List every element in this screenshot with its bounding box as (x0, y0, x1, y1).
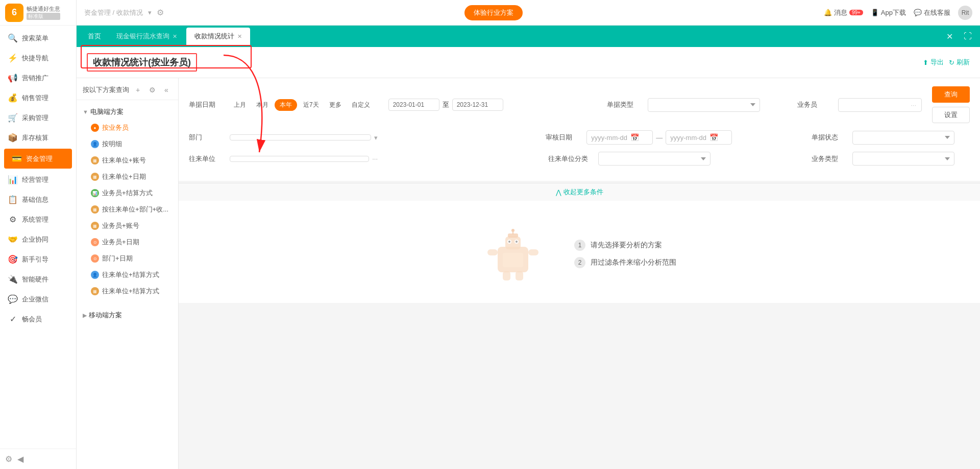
filter-row-2: 部门 ▾ 审核日期 yyyy-mm-dd 📅 — (189, 130, 970, 145)
biz-type-select[interactable] (852, 152, 954, 166)
tree-item-salesperson-label: 按业务员 (102, 123, 129, 132)
sidebar-item-operations[interactable]: 📊 经营管理 (0, 170, 76, 190)
tabbar-expand-btn[interactable]: ⛶ (961, 29, 975, 43)
robot-illustration (482, 221, 544, 283)
sidebar-item-guide[interactable]: 🎯 新手引导 (0, 249, 76, 269)
tab-bank-flow[interactable]: 现金银行流水查询 ✕ (108, 28, 185, 45)
online-service-btn[interactable]: 💬 在线客服 (914, 8, 950, 17)
breadcrumb: 资金管理 / 收款情况 (84, 8, 143, 17)
tree-item-by-salesperson[interactable]: ● 按业务员 (77, 120, 178, 136)
sidebar-item-wechat[interactable]: 💬 企业微信 (0, 289, 76, 309)
tree-item-dept-date[interactable]: ⊙ 部门+日期 (77, 250, 178, 267)
tabbar-close-btn[interactable]: ✕ (942, 29, 957, 43)
sidebar-item-quicknav[interactable]: ⚡ 快捷导航 (0, 48, 76, 68)
sidebar-label-operations: 经营管理 (22, 175, 48, 184)
tree-item-salesperson-settlement[interactable]: 📊 业务员+结算方式 (77, 185, 178, 201)
sidebar-item-finance[interactable]: 💳 资金管理 (4, 149, 72, 169)
refresh-btn[interactable]: ↻ 刷新 (949, 58, 970, 67)
audit-from-input[interactable]: yyyy-mm-dd 📅 (586, 130, 653, 145)
sidebar-item-sales[interactable]: 💰 销售管理 (0, 88, 76, 108)
sidebar-item-inventory[interactable]: 📦 库存核算 (0, 128, 76, 148)
voucher-type-select[interactable] (648, 98, 760, 112)
date-tab-last-month[interactable]: 上月 (230, 99, 250, 111)
partner-input[interactable] (230, 156, 369, 162)
tree-item-partner-dept-receipt[interactable]: ▦ 按往来单位+部门+收... (77, 201, 178, 218)
salesperson-label: 业务员 (797, 100, 828, 109)
audit-to-input[interactable]: yyyy-mm-dd 📅 (666, 130, 732, 145)
sidebar-item-hardware[interactable]: 🔌 智能硬件 (0, 269, 76, 289)
svg-rect-10 (528, 249, 538, 255)
dropdown-arrow[interactable]: ▾ (148, 9, 152, 16)
partner-date-scheme-icon: ▦ (91, 173, 99, 181)
page-header: 收款情况统计(按业务员) ⬆ 导出 ↻ 刷新 (77, 47, 980, 78)
user-avatar[interactable]: Rit (958, 6, 972, 20)
sidebar-item-marketing[interactable]: 📢 营销推广 (0, 68, 76, 88)
partner-category-label: 往来单位分类 (548, 154, 588, 163)
settings-gear-icon[interactable]: ⚙ (157, 8, 164, 17)
query-button[interactable]: 查询 (932, 86, 970, 103)
tree-item-by-detail[interactable]: 👤 按明细 (77, 136, 178, 152)
svg-point-8 (511, 229, 514, 232)
tree-item-salesperson-account[interactable]: ▦ 业务员+账号 (77, 218, 178, 234)
svg-rect-1 (505, 237, 521, 249)
sidebar-label-basic: 基础信息 (22, 195, 48, 204)
tree-item-salesperson-date[interactable]: ⊙ 业务员+日期 (77, 234, 178, 250)
app-download-btn[interactable]: 📱 App下载 (871, 8, 906, 17)
sidebar-item-purchase[interactable]: 🛒 采购管理 (0, 108, 76, 128)
dept-dropdown-icon[interactable]: ▾ (374, 134, 378, 142)
sidebar-settings-btn[interactable]: ⚙ (5, 454, 12, 464)
tree-parent-mobile[interactable]: ▶ 移动端方案 (77, 308, 178, 323)
sidebar-item-search[interactable]: 🔍 搜索菜单 (0, 28, 76, 48)
tree-desktop: ▼ 电脑端方案 ● 按业务员 👤 按明细 ▦ 往来单位+账号 (77, 100, 178, 303)
date-from-input[interactable] (388, 99, 439, 111)
svg-rect-11 (503, 271, 510, 280)
refresh-icon: ↻ (949, 59, 954, 66)
date-tab-custom[interactable]: 自定义 (348, 99, 374, 111)
date-tab-7days[interactable]: 近7天 (299, 99, 323, 111)
sidebar-collapse-btn[interactable]: ◀ (17, 454, 23, 464)
date-tab-this-year[interactable]: 本年 (275, 99, 297, 111)
tab-bank-flow-close[interactable]: ✕ (173, 33, 177, 40)
refresh-label: 刷新 (957, 58, 970, 67)
voucher-status-select[interactable] (852, 131, 954, 145)
collapse-bar[interactable]: ⋀ 收起更多条件 (179, 183, 980, 201)
add-scheme-btn[interactable]: + (132, 84, 143, 96)
breadcrumb-text: 资金管理 / 收款情况 (84, 8, 143, 17)
tree-parent-desktop[interactable]: ▼ 电脑端方案 (77, 104, 178, 120)
scheme-settings-btn[interactable]: ⚙ (146, 84, 158, 96)
collapse-chevron: ⋀ (556, 189, 561, 196)
date-to-input[interactable] (452, 99, 503, 111)
tree-item-partner-account[interactable]: ▦ 往来单位+账号 (77, 152, 178, 169)
tree-item-partner-date[interactable]: ▦ 往来单位+日期 (77, 169, 178, 185)
sidebar-label-quicknav: 快捷导航 (22, 54, 48, 63)
settings-button[interactable]: 设置 (932, 107, 970, 123)
sidebar-bottom: ⚙ ◀ (0, 449, 76, 469)
partner-category-select[interactable] (598, 152, 710, 166)
app-download-label: App下载 (881, 8, 906, 17)
logo-area: 6 畅捷通好生意 标准版 (0, 0, 76, 26)
enterprise-icon: 🤝 (8, 235, 18, 244)
tree-item-partner-settlement1[interactable]: 👤 往来单位+结算方式 (77, 267, 178, 283)
marketing-icon: 📢 (8, 73, 18, 83)
quicknav-icon: ⚡ (8, 53, 18, 63)
tab-receipt-stats[interactable]: 收款情况统计 ✕ (186, 28, 250, 45)
sidebar-item-basic[interactable]: 📋 基础信息 (0, 190, 76, 209)
svg-rect-9 (487, 249, 498, 255)
biz-type-label: 业务类型 (812, 154, 842, 163)
messages-btn[interactable]: 🔔 消息 99+ (824, 8, 863, 17)
service-icon: 💬 (914, 9, 922, 16)
tab-home[interactable]: 首页 (82, 28, 107, 45)
sidebar-item-enterprise[interactable]: 🤝 企业协同 (0, 229, 76, 249)
tree-item-partner-settlement2[interactable]: ▦ 往来单位+结算方式 (77, 283, 178, 299)
date-tab-more[interactable]: 更多 (325, 99, 346, 111)
date-tab-this-month[interactable]: 本月 (252, 99, 273, 111)
collapse-panel-btn[interactable]: « (161, 84, 172, 96)
dept-input[interactable] (230, 134, 371, 140)
sidebar-item-member[interactable]: ✓ 畅会员 (0, 309, 76, 329)
salesperson-input[interactable]: ··· (838, 98, 922, 112)
export-btn[interactable]: ⬆ 导出 (923, 58, 944, 67)
sidebar-item-system[interactable]: ⚙ 系统管理 (0, 209, 76, 229)
tab-receipt-stats-close[interactable]: ✕ (237, 33, 242, 40)
partner-more-dots[interactable]: ··· (372, 155, 378, 162)
trial-button[interactable]: 体验行业方案 (464, 5, 523, 20)
